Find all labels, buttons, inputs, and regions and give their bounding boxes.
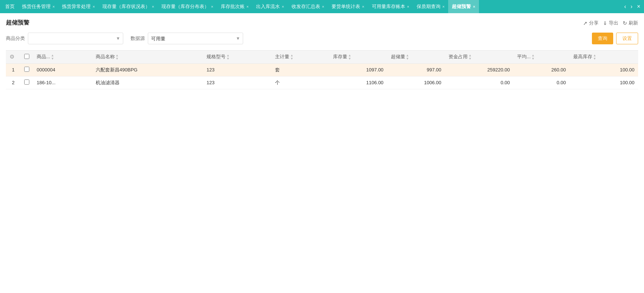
nav-item-11[interactable]: 超储预警× [448, 0, 479, 13]
th-checkbox [21, 51, 33, 64]
datasource-select[interactable]: 可用量 库存量 [148, 33, 243, 44]
filter-actions: 查询 设置 [592, 33, 638, 44]
th-avg[interactable]: 平均...▲▼ [513, 51, 570, 64]
row-stock: 1106.00 [329, 76, 387, 89]
nav-close-2[interactable]: × [92, 4, 95, 9]
filter-row: 商品分类 ▼ 数据源 可用量 库存量 ▼ 查询 设置 [6, 33, 638, 44]
page-title: 超储预警 [6, 19, 29, 27]
row-checkbox[interactable] [24, 67, 29, 72]
row-unit: 个 [271, 76, 329, 89]
nav-close-3[interactable]: × [152, 4, 154, 9]
table-row: 2 186-10... 机油滤清器 123 个 1106.00 1006.00 … [6, 76, 638, 89]
nav-item-4[interactable]: 现存量（库存分布表）× [158, 0, 217, 13]
row-avg: 260.00 [513, 63, 570, 76]
nav-item-8[interactable]: 要货单统计表× [328, 0, 368, 13]
nav-item-5[interactable]: 库存批次账× [217, 0, 252, 13]
row-capital: 0.00 [445, 76, 513, 89]
category-filter: 商品分类 ▼ [6, 33, 123, 44]
nav-close-8[interactable]: × [362, 4, 364, 9]
row-over-stock: 1006.00 [387, 76, 445, 89]
share-label: 分享 [589, 20, 599, 26]
row-product-name: 机油滤清器 [92, 76, 203, 89]
row-seq: 2 [6, 76, 21, 89]
refresh-button[interactable]: ↻ 刷新 [623, 20, 638, 26]
nav-next-arrow[interactable]: › [628, 0, 634, 13]
nav-close-1[interactable]: × [52, 4, 55, 9]
nav-close-4[interactable]: × [211, 4, 213, 9]
th-max-stock[interactable]: 最高库存▲▼ [570, 51, 638, 64]
nav-close-arrow[interactable]: × [635, 0, 643, 13]
datasource-label: 数据源 [131, 35, 145, 42]
th-product-code[interactable]: 商品...▲▼ [33, 51, 92, 64]
row-spec: 123 [203, 63, 271, 76]
row-seq: 1 [6, 63, 21, 76]
nav-close-11[interactable]: × [473, 4, 475, 9]
row-product-code: 186-10... [33, 76, 92, 89]
table-header-row: ⚙ 商品...▲▼ 商品名称▲▼ 规格型号▲▼ 主计量▲▼ 库 [6, 51, 638, 64]
nav-item-1[interactable]: 拣货任务管理× [18, 0, 58, 13]
nav-item-9[interactable]: 可用量库存账本× [368, 0, 413, 13]
export-button[interactable]: ⇓ 导出 [603, 20, 618, 26]
category-select[interactable] [28, 33, 123, 44]
nav-item-0[interactable]: 首页 [1, 0, 18, 13]
row-over-stock: 997.00 [387, 63, 445, 76]
row-spec: 123 [203, 76, 271, 89]
row-product-code: 0000004 [33, 63, 92, 76]
row-checkbox-cell [21, 76, 33, 89]
datasource-select-wrapper: 可用量 库存量 ▼ [148, 33, 243, 44]
share-icon: ➚ [583, 20, 588, 26]
nav-item-10[interactable]: 保质期查询× [413, 0, 448, 13]
th-spec[interactable]: 规格型号▲▼ [203, 51, 271, 64]
row-unit: 套 [271, 63, 329, 76]
th-capital[interactable]: 资金占用▲▼ [445, 51, 513, 64]
row-capital: 259220.00 [445, 63, 513, 76]
page-header: 超储预警 ➚ 分享 ⇓ 导出 ↻ 刷新 [6, 19, 638, 27]
top-nav: 首页拣货任务管理×拣货异常处理×现存量（库存状况表）×现存量（库存分布表）×库存… [0, 0, 644, 13]
datasource-filter: 数据源 可用量 库存量 ▼ [131, 33, 243, 44]
data-table: ⚙ 商品...▲▼ 商品名称▲▼ 规格型号▲▼ 主计量▲▼ 库 [6, 50, 638, 89]
th-over-stock[interactable]: 超储量▲▼ [387, 51, 445, 64]
export-label: 导出 [609, 20, 618, 26]
th-gear: ⚙ [6, 51, 21, 64]
nav-prev-arrow[interactable]: ‹ [622, 0, 628, 13]
th-unit[interactable]: 主计量▲▼ [271, 51, 329, 64]
nav-close-7[interactable]: × [322, 4, 324, 9]
row-checkbox[interactable] [24, 79, 29, 85]
refresh-label: 刷新 [629, 20, 638, 26]
page-container: 超储预警 ➚ 分享 ⇓ 导出 ↻ 刷新 商品分类 ▼ [0, 13, 644, 293]
row-max-stock: 100.00 [570, 76, 638, 89]
row-max-stock: 100.00 [570, 63, 638, 76]
category-label: 商品分类 [6, 35, 25, 42]
nav-item-7[interactable]: 收发存汇总表× [288, 0, 328, 13]
row-avg: 0.00 [513, 76, 570, 89]
nav-item-2[interactable]: 拣货异常处理× [58, 0, 98, 13]
nav-close-6[interactable]: × [282, 4, 284, 9]
query-button[interactable]: 查询 [592, 33, 613, 44]
category-select-wrapper: ▼ [28, 33, 123, 44]
row-stock: 1097.00 [329, 63, 387, 76]
nav-close-9[interactable]: × [407, 4, 409, 9]
nav-item-6[interactable]: 出入库流水× [252, 0, 288, 13]
table-row: 1 0000004 六配套新昌490BPG 123 套 1097.00 997.… [6, 63, 638, 76]
nav-close-5[interactable]: × [246, 4, 249, 9]
row-product-name: 六配套新昌490BPG [92, 63, 203, 76]
share-button[interactable]: ➚ 分享 [583, 20, 599, 26]
header-actions: ➚ 分享 ⇓ 导出 ↻ 刷新 [583, 20, 638, 26]
export-icon: ⇓ [603, 20, 607, 26]
nav-close-10[interactable]: × [442, 4, 444, 9]
row-checkbox-cell [21, 63, 33, 76]
th-stock[interactable]: 库存量▲▼ [329, 51, 387, 64]
th-product-name[interactable]: 商品名称▲▼ [92, 51, 203, 64]
select-all-checkbox[interactable] [24, 54, 29, 59]
settings-button[interactable]: 设置 [616, 33, 638, 44]
nav-item-3[interactable]: 现存量（库存状况表）× [99, 0, 158, 13]
refresh-icon: ↻ [623, 20, 627, 26]
table-gear-icon[interactable]: ⚙ [10, 53, 14, 60]
